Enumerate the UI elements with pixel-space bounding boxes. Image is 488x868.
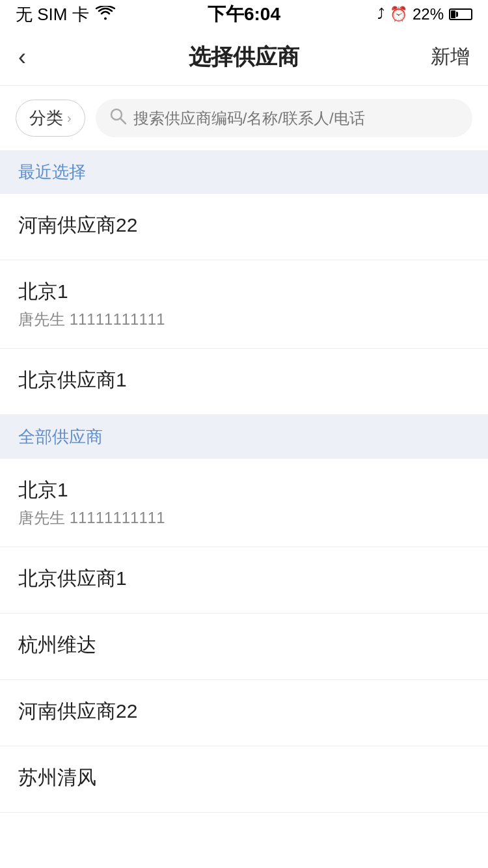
- all-section-label: 全部供应商: [18, 427, 103, 446]
- add-new-button[interactable]: 新增: [431, 44, 470, 70]
- recent-section-label: 最近选择: [18, 162, 86, 182]
- status-right: ⤴ ⏰ 22%: [377, 5, 472, 23]
- filter-bar: 分类 ›: [0, 86, 488, 150]
- nav-bar: ‹ 选择供应商 新增: [0, 29, 488, 86]
- search-input[interactable]: [133, 109, 459, 128]
- supplier-name: 北京供应商1: [18, 565, 470, 592]
- list-item[interactable]: 北京1唐先生 11111111111: [0, 459, 488, 547]
- battery-icon: [449, 8, 472, 20]
- supplier-name: 北京1: [18, 278, 470, 305]
- status-time: 下午6:04: [208, 2, 280, 27]
- supplier-name: 苏州清风: [18, 765, 470, 791]
- svg-line-1: [120, 118, 126, 124]
- recent-section-header: 最近选择: [0, 150, 488, 194]
- alarm-icon: ⏰: [390, 6, 407, 23]
- status-bar: 无 SIM 卡 下午6:04 ⤴ ⏰ 22%: [0, 0, 488, 29]
- list-item[interactable]: 北京供应商1: [0, 349, 488, 415]
- supplier-contact: 唐先生 11111111111: [18, 508, 470, 528]
- battery-percent: 22%: [413, 5, 444, 23]
- search-box[interactable]: [96, 99, 472, 137]
- list-item[interactable]: 河南供应商22: [0, 194, 488, 260]
- supplier-name: 河南供应商22: [18, 212, 470, 239]
- list-item[interactable]: 苏州清风: [0, 746, 488, 813]
- no-sim-text: 无 SIM 卡: [16, 3, 89, 26]
- category-filter-button[interactable]: 分类 ›: [16, 100, 85, 137]
- supplier-name: 北京供应商1: [18, 367, 470, 394]
- supplier-name: 杭州维达: [18, 632, 470, 658]
- list-item[interactable]: 杭州维达: [0, 614, 488, 680]
- list-item[interactable]: 北京1唐先生 11111111111: [0, 260, 488, 349]
- all-section-header: 全部供应商: [0, 415, 488, 459]
- status-left: 无 SIM 卡: [16, 3, 115, 26]
- category-label: 分类: [29, 107, 63, 129]
- recent-suppliers-list: 河南供应商22北京1唐先生 11111111111北京供应商1: [0, 194, 488, 415]
- list-item[interactable]: 北京供应商1: [0, 547, 488, 614]
- back-button[interactable]: ‹: [18, 44, 57, 71]
- wifi-icon: [96, 5, 115, 25]
- list-item[interactable]: 河南供应商22: [0, 680, 488, 746]
- page-title: 选择供应商: [189, 42, 299, 72]
- chevron-right-icon: ›: [67, 111, 72, 126]
- location-icon: ⤴: [377, 6, 385, 23]
- all-suppliers-list: 北京1唐先生 11111111111北京供应商1杭州维达河南供应商22苏州清风: [0, 459, 488, 813]
- supplier-name: 北京1: [18, 477, 470, 504]
- supplier-name: 河南供应商22: [18, 698, 470, 725]
- supplier-contact: 唐先生 11111111111: [18, 309, 470, 330]
- search-icon: [109, 107, 127, 129]
